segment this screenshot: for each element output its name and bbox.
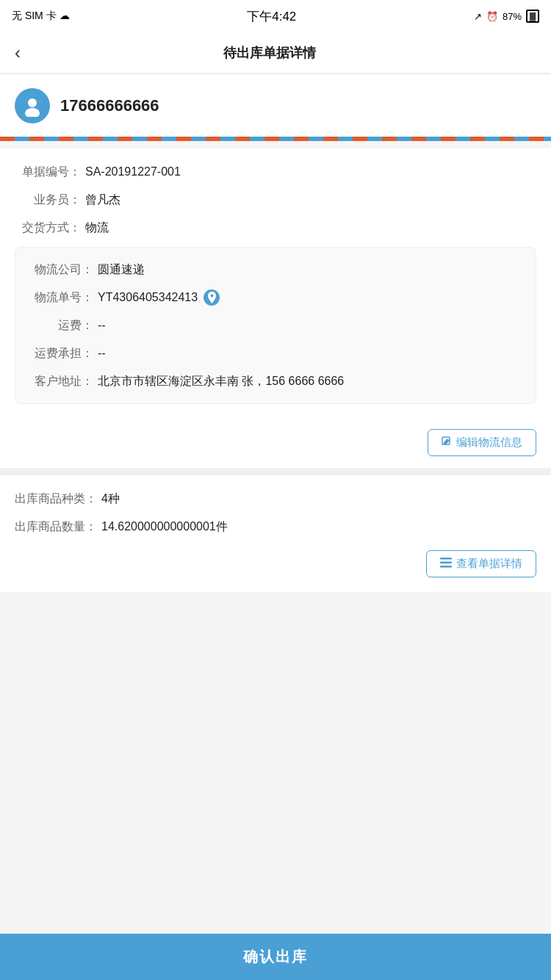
- delivery-method-value: 物流: [85, 219, 536, 237]
- status-right: ↗ ⏰ 87% ▓: [474, 10, 539, 23]
- edit-icon: [442, 436, 452, 449]
- alarm-icon: ⏰: [486, 11, 498, 22]
- product-stats-section: 出库商品种类： 4种 出库商品数量： 14.620000000000001件: [0, 475, 551, 543]
- edit-logistics-button[interactable]: 编辑物流信息: [428, 429, 536, 456]
- bottom-button-area: 确认出库: [0, 934, 551, 980]
- sales-person-label: 业务员：: [15, 191, 81, 209]
- order-no-label: 单据编号：: [15, 163, 81, 181]
- view-details-label: 查看单据详情: [456, 557, 522, 571]
- view-details-area: 查看单据详情: [0, 543, 551, 592]
- delivery-method-row: 交货方式： 物流: [15, 219, 536, 237]
- sales-person-row: 业务员： 曾凡杰: [15, 191, 536, 209]
- product-quantity-row: 出库商品数量： 14.620000000000001件: [15, 518, 536, 536]
- customer-phone: 17666666666: [60, 96, 159, 115]
- dashed-divider: [0, 137, 551, 141]
- avatar: [15, 88, 50, 123]
- sim-status: 无 SIM 卡 ☁: [12, 10, 70, 23]
- freight-label: 运费：: [27, 317, 93, 334]
- nav-bar: ‹ 待出库单据详情: [0, 32, 551, 73]
- logistics-company-row: 物流公司： 圆通速递: [27, 261, 524, 278]
- tracking-location-icon[interactable]: [204, 289, 220, 306]
- product-types-row: 出库商品种类： 4种: [15, 490, 536, 508]
- section-divider: [0, 468, 551, 475]
- location-icon: ↗: [474, 11, 482, 22]
- battery-icon: ▓: [526, 10, 539, 23]
- logistics-tracking-row: 物流单号： YT4306405342413: [27, 289, 524, 306]
- tracking-no-text: YT4306405342413: [98, 289, 198, 306]
- order-info-section: 单据编号： SA-20191227-001 业务员： 曾凡杰 交货方式： 物流 …: [0, 148, 551, 419]
- customer-address-label: 客户地址：: [27, 372, 93, 390]
- freight-bearer-label: 运费承担：: [27, 345, 93, 362]
- svg-rect-5: [440, 566, 452, 568]
- battery-level: 87%: [503, 11, 522, 22]
- freight-value: --: [98, 317, 524, 334]
- logistics-company-value: 圆通速递: [98, 261, 524, 278]
- sales-person-value: 曾凡杰: [85, 191, 536, 209]
- back-button[interactable]: ‹: [15, 43, 21, 63]
- product-types-label: 出库商品种类：: [15, 490, 97, 508]
- product-quantity-label: 出库商品数量：: [15, 518, 97, 536]
- logistics-card: 物流公司： 圆通速递 物流单号： YT4306405342413 运费： --: [15, 247, 536, 404]
- view-details-button[interactable]: 查看单据详情: [426, 550, 536, 577]
- freight-bearer-row: 运费承担： --: [27, 345, 524, 362]
- delivery-method-label: 交货方式：: [15, 219, 81, 237]
- freight-bearer-value: --: [98, 345, 524, 362]
- order-no-value: SA-20191227-001: [85, 163, 536, 181]
- page-title: 待出库单据详情: [32, 44, 507, 62]
- product-quantity-value: 14.620000000000001件: [101, 518, 536, 536]
- svg-point-0: [28, 98, 37, 107]
- customer-address-value: 北京市市辖区海淀区永丰南 张，156 6666 6666: [98, 372, 524, 390]
- status-bar: 无 SIM 卡 ☁ 下午4:42 ↗ ⏰ 87% ▓: [0, 0, 551, 32]
- status-left: 无 SIM 卡 ☁: [12, 10, 70, 23]
- product-types-value: 4种: [101, 490, 536, 508]
- empty-space: [0, 592, 551, 724]
- logistics-tracking-value: YT4306405342413: [98, 289, 524, 306]
- svg-rect-4: [440, 562, 452, 564]
- svg-point-1: [25, 108, 40, 117]
- customer-header: 17666666666: [0, 75, 551, 137]
- svg-rect-3: [440, 558, 452, 560]
- confirm-outbound-button[interactable]: 确认出库: [0, 947, 551, 967]
- edit-logistics-label: 编辑物流信息: [456, 436, 522, 450]
- edit-logistics-area: 编辑物流信息: [0, 419, 551, 468]
- logistics-tracking-label: 物流单号：: [27, 289, 93, 306]
- freight-row: 运费： --: [27, 317, 524, 334]
- status-time: 下午4:42: [247, 8, 296, 25]
- logistics-company-label: 物流公司：: [27, 261, 93, 278]
- customer-address-row: 客户地址： 北京市市辖区海淀区永丰南 张，156 6666 6666: [27, 372, 524, 390]
- view-details-icon: [440, 558, 452, 570]
- order-no-row: 单据编号： SA-20191227-001: [15, 163, 536, 181]
